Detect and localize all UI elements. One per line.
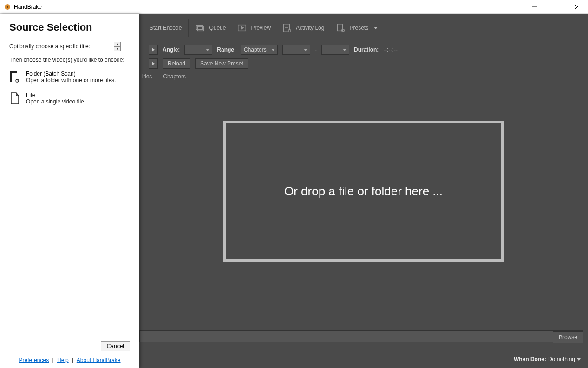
chevron-down-icon: [374, 27, 378, 29]
save-new-preset-button[interactable]: Save New Preset: [195, 58, 248, 69]
title-choice-label: Optionally choose a specific title:: [9, 43, 90, 50]
drop-zone[interactable]: Or drop a file or folder here ...: [223, 121, 504, 262]
range-separator: -: [315, 46, 317, 53]
svg-rect-3: [554, 5, 558, 9]
title-choice-row: Optionally choose a specific title: ▲ ▼: [9, 42, 130, 51]
range-mode-select[interactable]: Chapters: [241, 45, 278, 55]
link-divider: |: [52, 357, 54, 363]
folder-icon: !: [9, 71, 20, 84]
svg-rect-7: [198, 26, 204, 31]
presets-label: Presets: [349, 25, 368, 31]
queue-button[interactable]: Queue: [189, 14, 231, 42]
chevron-down-icon: [577, 358, 581, 361]
activity-log-label: Activity Log: [296, 25, 324, 31]
svg-point-1: [7, 6, 8, 8]
angle-label: Angle:: [163, 46, 180, 53]
svg-text:!: !: [17, 79, 17, 82]
queue-icon: [195, 23, 205, 33]
angle-select[interactable]: [184, 45, 212, 55]
range-to-select[interactable]: [321, 45, 349, 55]
svg-marker-9: [242, 26, 244, 29]
presets-button[interactable]: Presets: [330, 14, 383, 42]
about-link[interactable]: About HandBrake: [77, 357, 121, 363]
svg-point-15: [342, 29, 345, 32]
title-bar: HandBrake: [0, 0, 588, 14]
preset-next-button[interactable]: [149, 58, 158, 69]
svg-rect-6: [196, 26, 203, 30]
next-button[interactable]: [149, 45, 158, 55]
spinner-up-icon[interactable]: ▲: [114, 42, 120, 47]
tab-chapters[interactable]: Chapters: [160, 71, 189, 82]
preview-icon: [237, 23, 247, 33]
cancel-button[interactable]: Cancel: [101, 341, 130, 351]
open-folder-desc: Open a folder with one or more files.: [26, 77, 116, 84]
link-divider: |: [72, 357, 73, 363]
browse-button[interactable]: Browse: [553, 331, 583, 343]
activity-log-button[interactable]: Activity Log: [276, 14, 330, 42]
panel-footer-links: Preferences | Help | About HandBrake: [0, 355, 139, 368]
range-from-select[interactable]: [282, 45, 310, 55]
preview-button[interactable]: Preview: [231, 14, 276, 42]
close-button[interactable]: [567, 0, 588, 14]
open-folder-title: Folder (Batch Scan): [26, 71, 116, 77]
window-title: HandBrake: [14, 4, 42, 10]
file-icon: [9, 92, 20, 105]
duration-label: Duration:: [354, 46, 379, 53]
minimize-button[interactable]: [524, 0, 545, 14]
source-selection-panel: Source Selection Optionally choose a spe…: [0, 14, 139, 368]
open-file-option[interactable]: File Open a single video file.: [9, 92, 130, 105]
title-spinner[interactable]: ▲ ▼: [94, 42, 121, 51]
title-spinner-input[interactable]: [94, 42, 114, 51]
when-done-label: When Done:: [514, 356, 546, 362]
maximize-button[interactable]: [545, 0, 567, 14]
help-link[interactable]: Help: [57, 357, 69, 363]
open-file-desc: Open a single video file.: [26, 98, 85, 105]
app-icon: [4, 3, 11, 11]
activity-log-icon: [282, 23, 292, 33]
start-encode-label: Start Encode: [150, 25, 182, 31]
svg-point-13: [288, 30, 291, 32]
preview-label: Preview: [251, 25, 271, 31]
start-encode-button[interactable]: Start Encode: [144, 14, 187, 42]
presets-icon: [335, 23, 346, 33]
drop-zone-text: Or drop a file or folder here ...: [284, 184, 443, 199]
tab-titles[interactable]: itles: [139, 71, 155, 82]
reload-button[interactable]: Reload: [163, 58, 190, 69]
panel-heading: Source Selection: [9, 21, 130, 33]
when-done-value: Do nothing: [548, 356, 575, 362]
toolbar-separator: [188, 19, 189, 37]
range-label: Range:: [217, 46, 236, 53]
duration-value: --:--:--: [383, 46, 398, 53]
output-path-field[interactable]: [139, 330, 583, 342]
queue-label: Queue: [209, 25, 226, 31]
spinner-down-icon[interactable]: ▼: [114, 47, 120, 51]
open-file-title: File: [26, 92, 85, 98]
when-done-dropdown[interactable]: When Done: Do nothing: [514, 356, 581, 362]
preferences-link[interactable]: Preferences: [19, 357, 49, 363]
open-folder-option[interactable]: ! Folder (Batch Scan) Open a folder with…: [9, 71, 130, 84]
panel-instruction: Then choose the video(s) you'd like to e…: [9, 57, 130, 63]
